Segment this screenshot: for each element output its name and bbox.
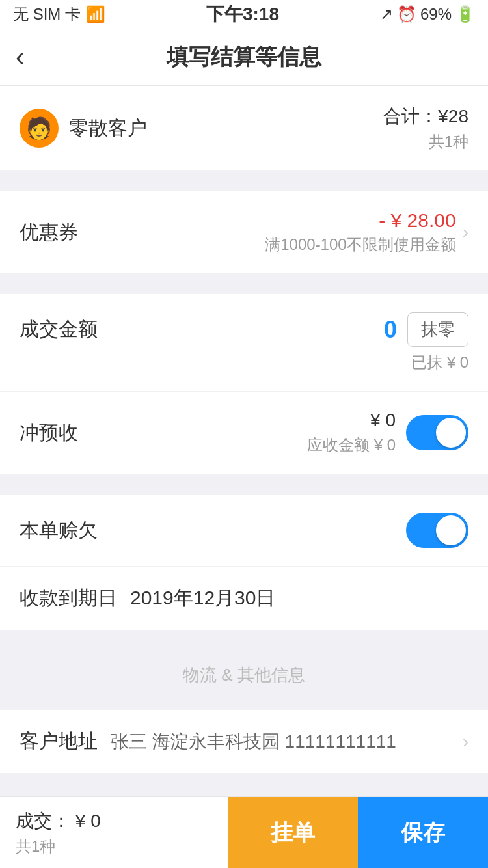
customer-left: 🧑 零散客户 bbox=[20, 109, 147, 148]
coupon-right: - ¥ 28.00 满1000-100不限制使用金额 bbox=[265, 210, 455, 255]
prepay-row: 冲预收 ¥ 0 应收金额 ¥ 0 bbox=[0, 391, 488, 474]
bottom-bar: 成交： ¥ 0 共1种 挂单 保存 bbox=[0, 796, 488, 868]
transaction-row: 成交金额 0 抹零 bbox=[20, 312, 468, 347]
main-content: 🧑 零散客户 合计：¥28 共1种 优惠券 - ¥ 28.00 满1000-10… bbox=[0, 86, 488, 861]
total-label: 合计：¥28 bbox=[383, 104, 468, 129]
status-bar-left: 无 SIM 卡 📶 bbox=[13, 4, 105, 25]
prepay-toggle[interactable] bbox=[406, 415, 468, 450]
transaction-input-area: 0 抹零 bbox=[384, 312, 468, 347]
location-icon: ↗ bbox=[380, 5, 393, 23]
alarm-icon: ⏰ bbox=[397, 5, 416, 23]
battery-label: 69% bbox=[420, 5, 452, 23]
coupon-label: 优惠券 bbox=[20, 219, 78, 246]
coupon-value: - ¥ 28.00 bbox=[379, 210, 455, 232]
hangup-button[interactable]: 挂单 bbox=[228, 797, 358, 868]
address-card: 客户地址 张三 海淀永丰科技园 11111111111 › bbox=[0, 710, 488, 773]
avatar-icon: 🧑 bbox=[26, 116, 52, 141]
address-label: 客户地址 bbox=[20, 728, 98, 755]
status-bar-right: ↗ ⏰ 69% 🔋 bbox=[380, 5, 475, 23]
summary-label: 成交： bbox=[16, 811, 70, 831]
customer-card: 🧑 零散客户 合计：¥28 共1种 bbox=[0, 86, 488, 170]
due-date-label: 收款到期日 bbox=[20, 585, 117, 612]
prepay-label: 冲预收 bbox=[20, 420, 78, 446]
status-bar: 无 SIM 卡 📶 下午3:18 ↗ ⏰ 69% 🔋 bbox=[0, 0, 488, 29]
total-sub: 共1种 bbox=[383, 131, 468, 152]
transaction-sub: 已抹 ¥ 0 bbox=[20, 352, 468, 373]
transaction-card: 成交金额 0 抹零 已抹 ¥ 0 冲预收 ¥ 0 应收金额 ¥ 0 bbox=[0, 294, 488, 474]
prepay-amount: ¥ 0 bbox=[370, 410, 396, 431]
debt-row: 本单赊欠 bbox=[0, 495, 488, 566]
debt-toggle[interactable] bbox=[406, 513, 468, 548]
wifi-icon: 📶 bbox=[86, 5, 105, 23]
bottom-summary-top: 成交： ¥ 0 bbox=[16, 809, 212, 834]
status-bar-time: 下午3:18 bbox=[206, 2, 279, 27]
transaction-section: 成交金额 0 抹零 已抹 ¥ 0 bbox=[0, 294, 488, 391]
customer-row: 🧑 零散客户 合计：¥28 共1种 bbox=[0, 86, 488, 170]
address-value: 张三 海淀永丰科技园 11111111111 bbox=[111, 729, 456, 754]
summary-value: ¥ 0 bbox=[75, 811, 101, 831]
divider-line-left bbox=[20, 675, 150, 675]
page-title: 填写结算等信息 bbox=[167, 42, 321, 72]
due-date-row: 收款到期日 2019年12月30日 bbox=[0, 566, 488, 630]
battery-icon: 🔋 bbox=[455, 5, 475, 23]
debt-label: 本单赊欠 bbox=[20, 517, 98, 544]
divider-line-right bbox=[338, 675, 468, 675]
logistics-divider: 物流 & 其他信息 bbox=[0, 651, 488, 699]
prepay-right: ¥ 0 应收金额 ¥ 0 bbox=[307, 410, 396, 455]
bottom-summary: 成交： ¥ 0 共1种 bbox=[0, 797, 228, 868]
nav-bar: ‹ 填写结算等信息 bbox=[0, 29, 488, 86]
due-date-value[interactable]: 2019年12月30日 bbox=[130, 585, 275, 612]
coupon-chevron: › bbox=[463, 222, 468, 243]
customer-name: 零散客户 bbox=[69, 115, 147, 142]
address-row[interactable]: 客户地址 张三 海淀永丰科技园 11111111111 › bbox=[0, 710, 488, 773]
avatar: 🧑 bbox=[20, 109, 59, 148]
address-chevron: › bbox=[463, 731, 468, 752]
transaction-value[interactable]: 0 bbox=[384, 316, 397, 344]
coupon-card: 优惠券 - ¥ 28.00 满1000-100不限制使用金额 › bbox=[0, 191, 488, 273]
back-button[interactable]: ‹ bbox=[16, 42, 24, 72]
round-button[interactable]: 抹零 bbox=[407, 312, 468, 347]
bottom-summary-sub: 共1种 bbox=[16, 836, 212, 857]
coupon-row[interactable]: 优惠券 - ¥ 28.00 满1000-100不限制使用金额 › bbox=[0, 191, 488, 273]
coupon-sub: 满1000-100不限制使用金额 bbox=[265, 234, 455, 255]
transaction-label: 成交金额 bbox=[20, 316, 98, 343]
customer-right: 合计：¥28 共1种 bbox=[383, 104, 468, 152]
no-sim-label: 无 SIM 卡 bbox=[13, 4, 81, 25]
logistics-label: 物流 & 其他信息 bbox=[183, 664, 305, 686]
prepay-sub: 应收金额 ¥ 0 bbox=[307, 435, 396, 455]
debt-card: 本单赊欠 收款到期日 2019年12月30日 bbox=[0, 495, 488, 630]
save-button[interactable]: 保存 bbox=[358, 797, 488, 868]
